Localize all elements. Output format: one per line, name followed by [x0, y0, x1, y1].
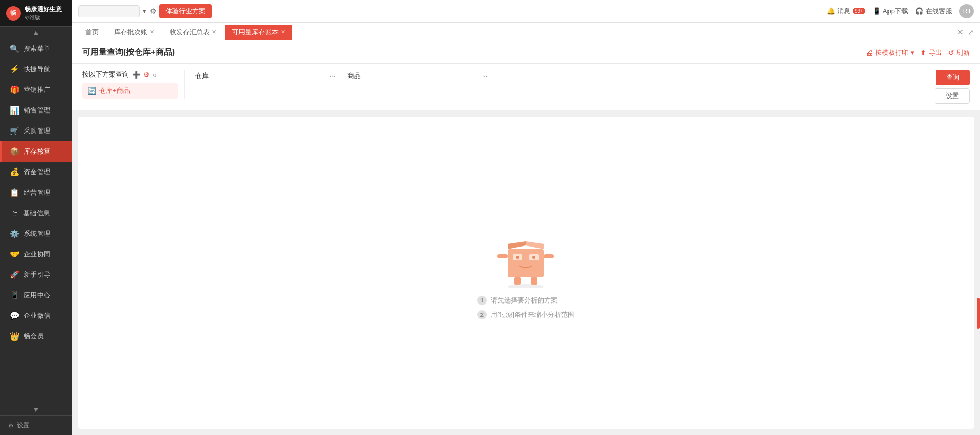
topbar-left: ▾ ⚙ 体验行业方案	[78, 4, 823, 18]
message-btn[interactable]: 🔔 消息 99+	[827, 7, 865, 16]
service-icon: 🎧	[915, 7, 923, 15]
topbar-dropdown-btn[interactable]: ▾	[143, 7, 146, 15]
goods-more-btn[interactable]: ···	[482, 72, 487, 80]
warehouse-label: 仓库	[195, 71, 209, 81]
app-label: App下载	[883, 7, 908, 16]
filter-schemes: 按以下方案查询 ➕ ⚙ « 🔄 仓库+商品	[82, 70, 185, 99]
sidebar-label-marketing: 营销推广	[24, 85, 50, 94]
sidebar-icon-purchase: 🛒	[10, 126, 20, 136]
service-label: 在线客服	[926, 7, 952, 16]
hint-num-1: 1	[477, 296, 487, 305]
tab-close-batch[interactable]: ✕	[150, 29, 154, 35]
sidebar-item-appcenter[interactable]: 📱应用中心	[0, 285, 72, 306]
warehouse-input[interactable]	[213, 70, 326, 82]
tab-maximize-btn[interactable]: ⤢	[968, 28, 974, 36]
sidebar-item-system[interactable]: ⚙️系统管理	[0, 223, 72, 244]
right-scrollbar[interactable]	[977, 298, 980, 329]
refresh-btn[interactable]: ↺ 刷新	[948, 48, 970, 58]
empty-content: 1 请先选择要分析的方案 2 用[过滤]条件来缩小分析范围	[477, 226, 575, 319]
tabs-right-actions: ✕ ⤢	[957, 28, 974, 36]
print-dropdown-icon: ▾	[911, 49, 914, 56]
tab-close-available_ledger[interactable]: ✕	[281, 29, 285, 35]
avatar: Rit	[959, 4, 974, 18]
service-btn[interactable]: 🎧 在线客服	[915, 7, 952, 16]
sidebar-item-finance[interactable]: 💰资金管理	[0, 162, 72, 182]
sidebar-item-basic[interactable]: 🗂基础信息	[0, 203, 72, 223]
sidebar-nav: 🔍搜索菜单⚡快捷导航🎁营销推广📊销售管理🛒采购管理📦库存核算💰资金管理📋经营管理…	[0, 39, 72, 404]
sidebar-icon-system: ⚙️	[10, 229, 20, 238]
sidebar-label-enterprise: 企业协同	[24, 250, 50, 259]
svg-marker-1	[508, 241, 526, 249]
sidebar-label-basic: 基础信息	[23, 209, 50, 218]
scheme-icon: 🔄	[87, 87, 96, 95]
app-download-btn[interactable]: 📱 App下载	[873, 7, 908, 16]
sidebar-item-shortcut[interactable]: ⚡快捷导航	[0, 59, 72, 80]
sidebar-scroll-down[interactable]: ▼	[0, 404, 72, 415]
scheme-settings-btn[interactable]: ⚙	[143, 71, 150, 79]
tab-label-batch: 库存批次账	[114, 28, 147, 37]
svg-point-6	[532, 256, 535, 259]
sidebar-label-operations: 经营管理	[24, 188, 50, 197]
tab-close-all-btn[interactable]: ✕	[957, 28, 964, 36]
tab-available_ledger[interactable]: 可用量库存账本✕	[225, 25, 292, 40]
filter-actions: 查询 设置	[924, 70, 970, 104]
topbar: ▾ ⚙ 体验行业方案 🔔 消息 99+ 📱 App下载 🎧 在线客服 Rit	[72, 0, 980, 23]
main-area: ▾ ⚙ 体验行业方案 🔔 消息 99+ 📱 App下载 🎧 在线客服 Rit	[72, 0, 980, 435]
sidebar-icon-basic: 🗂	[10, 209, 19, 218]
svg-rect-0	[508, 249, 544, 277]
svg-marker-2	[526, 241, 544, 249]
sidebar-icon-sales: 📊	[10, 106, 20, 115]
message-icon: 🔔	[827, 7, 835, 15]
export-btn[interactable]: ⬆ 导出	[920, 48, 942, 58]
sidebar-scroll-up[interactable]: ▲	[0, 27, 72, 39]
collapse-btn[interactable]: «	[153, 71, 156, 79]
sidebar-item-search[interactable]: 🔍搜索菜单	[0, 39, 72, 59]
svg-rect-10	[544, 254, 554, 258]
goods-input[interactable]	[365, 70, 478, 82]
tab-label-home: 首页	[85, 28, 99, 37]
scheme-item-warehouse-goods[interactable]: 🔄 仓库+商品	[82, 83, 178, 99]
sidebar-bottom: ⚙设置	[0, 415, 72, 435]
topbar-search-box[interactable]	[78, 5, 140, 17]
sidebar-item-operations[interactable]: 📋经营管理	[0, 182, 72, 203]
sidebar-label-appcenter: 应用中心	[24, 291, 50, 300]
sidebar-label-purchase: 采购管理	[24, 126, 50, 136]
setting-button[interactable]: 设置	[935, 88, 970, 104]
sidebar-label-shortcut: 快捷导航	[24, 65, 50, 74]
filter-scheme-label: 按以下方案查询	[82, 70, 129, 79]
sidebar-title-block: 畅康通好生意 标准版	[25, 5, 62, 21]
user-avatar[interactable]: Rit	[959, 4, 974, 18]
sidebar-item-inventory[interactable]: 📦库存核算	[0, 141, 72, 162]
print-icon: 🖨	[866, 49, 873, 57]
sidebar-icon-shortcut: ⚡	[10, 65, 20, 74]
warehouse-more-btn[interactable]: ···	[330, 72, 335, 80]
sidebar-icon-member: 👑	[10, 332, 20, 341]
tab-stock_summary[interactable]: 收发存汇总表✕	[162, 25, 224, 40]
sidebar-item-purchase[interactable]: 🛒采购管理	[0, 121, 72, 141]
sidebar-item-wechat[interactable]: 💬企业微信	[0, 306, 72, 326]
refresh-icon: ↺	[948, 49, 954, 57]
hint-text-1: 请先选择要分析的方案	[491, 296, 558, 305]
filter-fields: 仓库 ··· 商品 ···	[185, 70, 924, 82]
print-btn[interactable]: 🖨 按模板打印 ▾	[866, 48, 914, 58]
sidebar-item-marketing[interactable]: 🎁营销推广	[0, 80, 72, 100]
query-button[interactable]: 查询	[936, 70, 970, 85]
sidebar-item-newguide[interactable]: 🚀新手引导	[0, 264, 72, 285]
sidebar-item-member[interactable]: 👑畅会员	[0, 326, 72, 347]
add-scheme-btn[interactable]: ➕	[132, 71, 140, 79]
filter-warehouse: 仓库 ···	[195, 70, 335, 82]
tab-home[interactable]: 首页	[78, 25, 106, 40]
sidebar-subtitle: 标准版	[25, 14, 62, 21]
page-header: 可用量查询(按仓库+商品) 🖨 按模板打印 ▾ ⬆ 导出 ↺ 刷新	[72, 42, 980, 64]
sidebar-item-enterprise[interactable]: 🤝企业协同	[0, 244, 72, 264]
sidebar-icon-marketing: 🎁	[10, 85, 20, 94]
topbar-gear-icon[interactable]: ⚙	[150, 7, 156, 16]
empty-text: 1 请先选择要分析的方案 2 用[过滤]条件来缩小分析范围	[477, 296, 575, 319]
tab-batch[interactable]: 库存批次账✕	[107, 25, 161, 40]
sidebar-label-finance: 资金管理	[24, 167, 50, 177]
tab-close-stock_summary[interactable]: ✕	[212, 29, 216, 35]
sidebar-icon-inventory: 📦	[10, 147, 20, 156]
sidebar-item-sales[interactable]: 📊销售管理	[0, 100, 72, 121]
empty-hint-1: 1 请先选择要分析的方案	[477, 296, 575, 305]
industry-btn[interactable]: 体验行业方案	[159, 4, 212, 18]
